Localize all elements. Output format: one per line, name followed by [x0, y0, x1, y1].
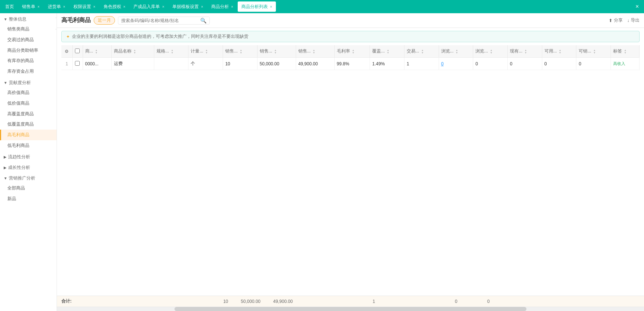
- sidebar: « ▼ 整体信息 销售类商品 交易过的商品 商品分类助销率 有库存的商品 库存资…: [0, 13, 57, 311]
- sidebar-group-overall[interactable]: ▼ 整体信息: [0, 13, 57, 24]
- sidebar-group-contribution-arrow: ▼: [4, 81, 7, 85]
- footer-sales-amt: 50,000.00: [233, 299, 263, 304]
- data-table: ⚙ 商... ▲▼ 商品名称 ▲▼ 规格... ▲▼: [61, 45, 640, 70]
- col-name[interactable]: 商品名称 ▲▼: [112, 45, 154, 58]
- sidebar-item-high-coverage[interactable]: 高覆盖度商品: [0, 109, 57, 119]
- cell-checkbox[interactable]: [72, 58, 83, 70]
- export-button[interactable]: ↓ 导出: [627, 17, 640, 23]
- table-footer: 合计: 10 50,000.00 49,900.00 1 0 0: [57, 296, 644, 307]
- cell-unit: 个: [188, 58, 223, 70]
- cell-sellable: 0: [576, 58, 611, 70]
- top-nav: 首页 销售单 × 进货单 × 权限设置 × 角色授权 × 产成品入库单 × 单据…: [0, 0, 644, 13]
- footer-available: 0: [463, 299, 492, 304]
- sidebar-item-stocked-goods[interactable]: 有库存的商品: [0, 55, 57, 66]
- search-input[interactable]: [121, 18, 199, 23]
- sidebar-item-new-goods[interactable]: 新品: [0, 194, 57, 204]
- col-settings[interactable]: ⚙: [61, 45, 72, 58]
- table-container[interactable]: ⚙ 商... ▲▼ 商品名称 ▲▼ 规格... ▲▼: [57, 45, 644, 296]
- sidebar-item-high-margin[interactable]: 高毛利商品: [0, 130, 57, 140]
- col-sellable[interactable]: 可销... ▲▼: [576, 45, 611, 58]
- cell-num: 1: [61, 58, 72, 70]
- nav-close-template[interactable]: ×: [201, 5, 203, 9]
- nav-close-product-analysis-list[interactable]: ×: [270, 5, 272, 9]
- nav-template[interactable]: 单据模板设置 ×: [169, 1, 207, 12]
- footer-sales-cost: 49,900.00: [266, 299, 295, 304]
- cell-spec: [154, 58, 188, 70]
- sidebar-item-low-value[interactable]: 低价值商品: [0, 98, 57, 109]
- col-sales-amt[interactable]: 销售... ▲▼: [257, 45, 296, 58]
- table-header-row: ⚙ 商... ▲▼ 商品名称 ▲▼ 规格... ▲▼: [61, 45, 640, 58]
- footer-label: 合计:: [61, 298, 72, 304]
- bottom-scrollbar[interactable]: [57, 307, 644, 311]
- col-sales-qty[interactable]: 销售... ▲▼: [223, 45, 258, 58]
- page-title: 高毛利商品: [61, 17, 91, 24]
- table-row: 1 0000... 运费 个 10 50,000.00 49,900.00 99…: [61, 58, 640, 70]
- share-icon: ⬆: [609, 18, 612, 23]
- sidebar-item-category-rate[interactable]: 商品分类助销率: [0, 45, 57, 56]
- sidebar-group-trend-arrow: ▶: [4, 155, 7, 159]
- window-close-button[interactable]: ×: [632, 3, 643, 10]
- col-sales-cost[interactable]: 销售... ▲▼: [296, 45, 334, 58]
- nav-product-analysis[interactable]: 商品分析 ×: [208, 1, 237, 12]
- share-button[interactable]: ⬆ 分享: [609, 17, 623, 23]
- cell-tag: 高收入: [611, 58, 640, 70]
- sidebar-item-high-value[interactable]: 高价值商品: [0, 87, 57, 98]
- nav-close-product-inbound[interactable]: ×: [162, 5, 164, 9]
- filter-month-button[interactable]: 近一月: [94, 16, 115, 25]
- col-view1[interactable]: 浏览... ▲▼: [439, 45, 473, 58]
- col-gross-margin[interactable]: 毛利率 ▲▼: [334, 45, 370, 58]
- row-checkbox[interactable]: [75, 61, 80, 66]
- sidebar-item-all-goods[interactable]: 全部商品: [0, 183, 57, 194]
- sidebar-group-growth-arrow: ▶: [4, 166, 7, 170]
- sidebar-item-stock-capital[interactable]: 库存资金占用: [0, 66, 57, 77]
- col-transaction[interactable]: 交易... ▲▼: [404, 45, 439, 58]
- col-available[interactable]: 可用... ▲▼: [542, 45, 576, 58]
- col-coverage[interactable]: 覆盖... ▲▼: [370, 45, 404, 58]
- sidebar-item-traded-goods[interactable]: 交易过的商品: [0, 35, 57, 45]
- nav-product-analysis-list[interactable]: 商品分析列表 ×: [238, 1, 276, 12]
- col-checkbox: [72, 45, 83, 58]
- nav-close-permissions[interactable]: ×: [93, 5, 96, 9]
- cell-current-stock: 0: [508, 58, 542, 70]
- col-spec[interactable]: 规格... ▲▼: [154, 45, 188, 58]
- nav-close-roles[interactable]: ×: [123, 5, 126, 9]
- nav-roles[interactable]: 角色授权 ×: [100, 1, 129, 12]
- nav-home[interactable]: 首页: [1, 1, 18, 12]
- export-icon: ↓: [627, 18, 629, 23]
- sidebar-item-low-margin[interactable]: 低毛利商品: [0, 140, 57, 151]
- sidebar-item-low-coverage[interactable]: 低覆盖度商品: [0, 119, 57, 130]
- search-box: 🔍: [118, 17, 210, 25]
- nav-close-product-analysis[interactable]: ×: [231, 5, 233, 9]
- col-unit[interactable]: 计量... ▲▼: [188, 45, 223, 58]
- footer-sales-qty: 10: [201, 299, 230, 304]
- select-all-checkbox[interactable]: [75, 48, 80, 53]
- footer-transaction: 1: [348, 299, 377, 304]
- col-current-stock[interactable]: 现有... ▲▼: [508, 45, 542, 58]
- nav-sales[interactable]: 销售单 ×: [18, 1, 43, 12]
- sidebar-group-contribution[interactable]: ▼ 贡献度分析: [0, 77, 57, 87]
- sidebar-collapse-button[interactable]: «: [55, 18, 57, 29]
- sidebar-group-marketing-arrow: ▼: [4, 176, 7, 180]
- sidebar-item-sales-goods[interactable]: 销售类商品: [0, 24, 57, 35]
- col-view2[interactable]: 浏览... ▲▼: [473, 45, 508, 58]
- nav-close-sales[interactable]: ×: [37, 5, 40, 9]
- cell-view2: 0: [473, 58, 508, 70]
- info-banner: ✦ 企业的主要的利润都是这部分商品创造的，可考虑加大推广，同时关注库存是不要出现…: [61, 31, 640, 42]
- sidebar-group-trend[interactable]: ▶ 流趋性分析: [0, 151, 57, 162]
- sidebar-group-marketing[interactable]: ▼ 营销推广分析: [0, 172, 57, 183]
- cell-code: 0000...: [83, 58, 112, 70]
- nav-purchase[interactable]: 进货单 ×: [44, 1, 69, 12]
- col-tag[interactable]: 标签 ▲▼: [611, 45, 640, 58]
- nav-permissions[interactable]: 权限设置 ×: [70, 1, 99, 12]
- cell-view1[interactable]: 0: [439, 58, 473, 70]
- cell-transaction: 1: [404, 58, 439, 70]
- info-icon: ✦: [66, 34, 70, 39]
- col-code[interactable]: 商... ▲▼: [83, 45, 112, 58]
- scrollbar-thumb: [175, 307, 527, 311]
- header-actions: ⬆ 分享 ↓ 导出: [609, 17, 640, 23]
- nav-product-inbound[interactable]: 产成品入库单 ×: [130, 1, 168, 12]
- sidebar-group-growth[interactable]: ▶ 成长性分析: [0, 162, 57, 172]
- nav-close-purchase[interactable]: ×: [63, 5, 65, 9]
- sidebar-group-overall-arrow: ▼: [4, 17, 7, 21]
- search-icon[interactable]: 🔍: [200, 18, 206, 23]
